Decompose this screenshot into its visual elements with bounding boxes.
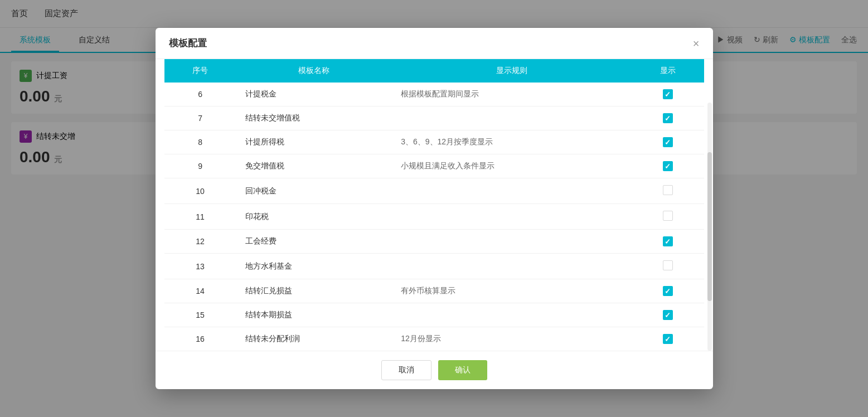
checkbox-unchecked[interactable]: [663, 211, 673, 221]
table-row: 7结转未交增值税: [164, 106, 704, 130]
cell-name: 免交增值税: [236, 154, 392, 178]
cell-checkbox[interactable]: [632, 303, 704, 327]
cell-seq: 13: [164, 254, 236, 279]
cell-name: 计提税金: [236, 83, 392, 106]
checkbox-checked[interactable]: [663, 310, 673, 320]
checkbox-checked[interactable]: [663, 161, 673, 171]
scrollbar-thumb[interactable]: [707, 152, 712, 301]
cell-checkbox[interactable]: [632, 230, 704, 254]
modal-header: 模板配置 ×: [156, 28, 713, 59]
table-row: 16结转未分配利润12月份显示: [164, 327, 704, 351]
checkbox-checked[interactable]: [663, 113, 673, 123]
cell-rule: [392, 254, 632, 279]
config-table: 序号 模板名称 显示规则 显示 6计提税金根据模板配置期间显示7结转未交增值税8…: [164, 59, 704, 351]
cell-name: 工会经费: [236, 230, 392, 254]
cancel-button[interactable]: 取消: [381, 360, 431, 380]
cell-rule: [392, 303, 632, 327]
cell-name: 印花税: [236, 204, 392, 230]
cell-checkbox[interactable]: [632, 83, 704, 106]
cell-rule: 小规模且满足收入条件显示: [392, 154, 632, 178]
cell-rule: 3、6、9、12月按季度显示: [392, 130, 632, 154]
cell-name: 计提所得税: [236, 130, 392, 154]
cell-seq: 8: [164, 130, 236, 154]
cell-checkbox[interactable]: [632, 178, 704, 204]
scrollbar-track: [707, 103, 712, 351]
cell-checkbox[interactable]: [632, 254, 704, 279]
cell-seq: 16: [164, 327, 236, 351]
table-row: 11印花税: [164, 204, 704, 230]
cell-rule: [392, 204, 632, 230]
modal-title: 模板配置: [169, 37, 207, 50]
cell-rule: [392, 230, 632, 254]
modal-close-button[interactable]: ×: [693, 38, 700, 49]
cell-name: 结转本期损益: [236, 303, 392, 327]
checkbox-checked[interactable]: [663, 286, 673, 296]
table-row: 10回冲税金: [164, 178, 704, 204]
cell-checkbox[interactable]: [632, 204, 704, 230]
cell-checkbox[interactable]: [632, 279, 704, 303]
checkbox-unchecked[interactable]: [663, 185, 673, 195]
table-row: 6计提税金根据模板配置期间显示: [164, 83, 704, 106]
cell-seq: 7: [164, 106, 236, 130]
cell-seq: 11: [164, 204, 236, 230]
cell-checkbox[interactable]: [632, 106, 704, 130]
cell-seq: 10: [164, 178, 236, 204]
cell-seq: 12: [164, 230, 236, 254]
cell-name: 回冲税金: [236, 178, 392, 204]
cell-rule: 有外币核算显示: [392, 279, 632, 303]
cell-checkbox[interactable]: [632, 154, 704, 178]
checkbox-checked[interactable]: [663, 334, 673, 344]
table-row: 13地方水利基金: [164, 254, 704, 279]
modal-body: 序号 模板名称 显示规则 显示 6计提税金根据模板配置期间显示7结转未交增值税8…: [156, 59, 713, 351]
cell-name: 地方水利基金: [236, 254, 392, 279]
table-row: 14结转汇兑损益有外币核算显示: [164, 279, 704, 303]
checkbox-unchecked[interactable]: [663, 260, 673, 270]
cell-rule: 根据模板配置期间显示: [392, 83, 632, 106]
confirm-button[interactable]: 确认: [438, 360, 487, 380]
table-row: 9免交增值税小规模且满足收入条件显示: [164, 154, 704, 178]
col-seq: 序号: [164, 59, 236, 83]
checkbox-checked[interactable]: [663, 236, 673, 246]
table-row: 15结转本期损益: [164, 303, 704, 327]
table-header-row: 序号 模板名称 显示规则 显示: [164, 59, 704, 83]
template-config-modal: 模板配置 × 序号 模板名称 显示规则 显示 6计提税金根据模板配置期间显示7结…: [156, 28, 713, 389]
col-rule: 显示规则: [392, 59, 632, 83]
modal-footer: 取消 确认: [156, 351, 713, 389]
checkbox-checked[interactable]: [663, 89, 673, 99]
cell-seq: 14: [164, 279, 236, 303]
col-show: 显示: [632, 59, 704, 83]
cell-rule: [392, 178, 632, 204]
cell-seq: 9: [164, 154, 236, 178]
cell-seq: 6: [164, 83, 236, 106]
cell-name: 结转未交增值税: [236, 106, 392, 130]
modal-overlay: 模板配置 × 序号 模板名称 显示规则 显示 6计提税金根据模板配置期间显示7结…: [0, 0, 868, 417]
col-name: 模板名称: [236, 59, 392, 83]
cell-rule: [392, 106, 632, 130]
cell-name: 结转未分配利润: [236, 327, 392, 351]
cell-checkbox[interactable]: [632, 327, 704, 351]
cell-checkbox[interactable]: [632, 130, 704, 154]
cell-seq: 15: [164, 303, 236, 327]
cell-name: 结转汇兑损益: [236, 279, 392, 303]
checkbox-checked[interactable]: [663, 137, 673, 147]
cell-rule: 12月份显示: [392, 327, 632, 351]
table-row: 8计提所得税3、6、9、12月按季度显示: [164, 130, 704, 154]
table-row: 12工会经费: [164, 230, 704, 254]
